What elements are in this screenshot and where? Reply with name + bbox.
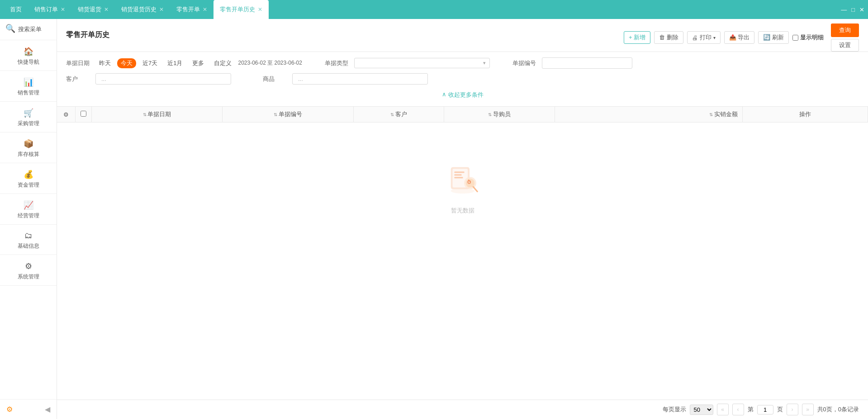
collapse-conditions-btn[interactable]: ∧ 收起更多条件 — [66, 89, 859, 101]
window-controls: — □ ✕ — [841, 6, 864, 13]
sidebar-item-nav[interactable]: 🏠 快捷导航 — [0, 40, 57, 71]
sidebar-item-search-label: 搜索采单 — [18, 25, 42, 33]
total-label: 共0页，0条记录 — [817, 405, 859, 414]
tab-sales-return[interactable]: 销货退货 ✕ — [71, 0, 115, 19]
svg-rect-5 — [454, 177, 463, 179]
date-custom-btn[interactable]: 自定义 — [210, 58, 235, 68]
tab-retail-open-history[interactable]: 零售开单历史 ✕ — [213, 0, 269, 19]
th-check[interactable] — [75, 107, 91, 122]
tab-sales-return-history[interactable]: 销货退货历史 ✕ — [115, 0, 170, 19]
date-range-text: 2023-06-02 至 2023-06-02 — [238, 59, 302, 67]
query-button[interactable]: 查询 — [831, 24, 859, 37]
date-filter-label: 单据日期 — [66, 59, 91, 67]
customer-dots: ... — [101, 75, 106, 82]
th-date[interactable]: ⇅ 单据日期 — [91, 107, 223, 122]
close-retail-open-history-icon[interactable]: ✕ — [258, 6, 262, 13]
last-page-btn[interactable]: » — [802, 404, 814, 415]
settings-gear-icon[interactable]: ⚙ — [6, 405, 13, 414]
th-customer-label: 客户 — [395, 111, 407, 118]
number-filter-input[interactable] — [542, 57, 632, 69]
data-table: ⚙ ⇅ 单据日期 ⇅ 单据编号 — [57, 107, 868, 122]
sidebar-item-finance-label: 资金管理 — [18, 181, 39, 189]
filter-row-1: 单据日期 昨天 今天 近7天 近1月 更多 自定义 2023-06-02 至 2… — [66, 57, 859, 69]
sidebar-collapse-icon[interactable]: ◀ — [45, 405, 50, 414]
svg-rect-4 — [454, 174, 462, 176]
sidebar-item-operation[interactable]: 📈 经营管理 — [0, 194, 57, 225]
th-number-label: 单据编号 — [279, 111, 302, 118]
customer-filter-label: 客户 — [66, 75, 91, 83]
display-detail-label[interactable]: 显示明细 — [792, 33, 824, 42]
svg-rect-3 — [454, 172, 465, 173]
sidebar-item-inventory-label: 库存核算 — [18, 151, 39, 158]
first-page-btn[interactable]: « — [717, 404, 729, 415]
add-button[interactable]: + 新增 — [624, 31, 650, 44]
prev-page-btn[interactable]: ‹ — [732, 404, 744, 415]
goods-filter-label: 商品 — [263, 75, 288, 83]
th-settings[interactable]: ⚙ — [57, 107, 75, 122]
page-title: 零售开单历史 — [66, 30, 109, 40]
sidebar-item-inventory[interactable]: 📦 库存核算 — [0, 132, 57, 163]
close-retail-open-icon[interactable]: ✕ — [203, 6, 207, 13]
date-7days-btn[interactable]: 近7天 — [139, 58, 161, 68]
th-number[interactable]: ⇅ 单据编号 — [223, 107, 354, 122]
close-sales-order-icon[interactable]: ✕ — [61, 6, 65, 13]
th-customer[interactable]: ⇅ 客户 — [354, 107, 444, 122]
pagination: 每页显示 50 10 20 100 « ‹ 第 页 › » 共0页，0条记录 — [57, 400, 868, 419]
collapse-label: 收起更多条件 — [448, 91, 484, 99]
basic-icon: 🗂 — [24, 231, 33, 240]
next-page-btn[interactable]: › — [787, 404, 798, 415]
tab-retail-open[interactable]: 零售开单 ✕ — [170, 0, 213, 19]
sidebar-item-system[interactable]: ⚙ 系统管理 — [0, 255, 57, 286]
th-amount[interactable]: ⇅ 实销金额 — [555, 107, 743, 122]
window-maximize-btn[interactable]: □ — [851, 6, 855, 13]
date-1month-btn[interactable]: 近1月 — [164, 58, 186, 68]
filter-settings-button[interactable]: 设置 — [831, 39, 859, 52]
print-icon: 🖨 — [692, 34, 698, 41]
delete-button[interactable]: 🗑 删除 — [654, 31, 683, 44]
export-button[interactable]: 📤 导出 — [724, 31, 755, 44]
sidebar-item-search[interactable]: 🔍 搜索采单 — [0, 19, 57, 40]
toolbar: + 新增 🗑 删除 🖨 打印 ▾ 📤 导出 🔄 刷新 显示明细 查询 — [624, 24, 859, 52]
date-today-btn[interactable]: 今天 — [117, 58, 136, 68]
top-nav: 首页 销售订单 ✕ 销货退货 ✕ 销货退货历史 ✕ 零售开单 ✕ 零售开单历史 … — [0, 0, 868, 19]
goods-filter-input[interactable]: ... — [292, 73, 428, 85]
tab-sales-order[interactable]: 销售订单 ✕ — [28, 0, 71, 19]
page-number-input[interactable] — [757, 405, 773, 414]
print-button[interactable]: 🖨 打印 ▾ — [687, 31, 721, 44]
refresh-button[interactable]: 🔄 刷新 — [758, 31, 789, 44]
per-page-select[interactable]: 50 10 20 100 — [690, 405, 713, 415]
sidebar: 🔍 搜索采单 🏠 快捷导航 📊 销售管理 🛒 采购管理 📦 库存核算 💰 资金管… — [0, 19, 57, 419]
system-icon: ⚙ — [25, 261, 32, 271]
close-sales-return-history-icon[interactable]: ✕ — [159, 6, 164, 13]
number-filter-label: 单据编号 — [512, 59, 537, 67]
th-guide[interactable]: ⇅ 导购员 — [444, 107, 555, 122]
th-guide-label: 导购员 — [493, 111, 511, 118]
window-close-btn[interactable]: ✕ — [859, 6, 864, 13]
date-yesterday-btn[interactable]: 昨天 — [95, 58, 114, 68]
customer-filter-input[interactable]: ... — [95, 73, 231, 85]
sidebar-item-purchase-label: 采购管理 — [18, 120, 39, 127]
per-page-label: 每页显示 — [663, 405, 686, 414]
main-layout: 🔍 搜索采单 🏠 快捷导航 📊 销售管理 🛒 采购管理 📦 库存核算 💰 资金管… — [0, 19, 868, 419]
page-header-area: 零售开单历史 + 新增 🗑 删除 🖨 打印 ▾ 📤 导出 🔄 刷新 显示明细 — [57, 19, 868, 52]
select-all-checkbox[interactable] — [81, 111, 86, 117]
column-settings-icon[interactable]: ⚙ — [63, 111, 69, 118]
filter-area: 单据日期 昨天 今天 近7天 近1月 更多 自定义 2023-06-02 至 2… — [57, 52, 868, 107]
sidebar-item-system-label: 系统管理 — [18, 273, 39, 281]
filter-row-2: 客户 ... 商品 ... — [66, 73, 859, 85]
tab-home[interactable]: 首页 — [4, 0, 28, 19]
sidebar-item-sales[interactable]: 📊 销售管理 — [0, 71, 57, 102]
type-filter-select[interactable]: ▾ — [354, 58, 490, 68]
sidebar-bottom: ⚙ ◀ — [0, 399, 57, 419]
type-filter-label: 单据类型 — [325, 59, 350, 67]
sidebar-item-basic[interactable]: 🗂 基础信息 — [0, 225, 57, 255]
sidebar-item-purchase[interactable]: 🛒 采购管理 — [0, 102, 57, 132]
date-filter-group: 昨天 今天 近7天 近1月 更多 自定义 2023-06-02 至 2023-0… — [95, 58, 302, 68]
window-minimize-btn[interactable]: — — [841, 6, 847, 13]
home-icon: 🏠 — [24, 47, 33, 56]
sidebar-item-nav-label: 快捷导航 — [18, 58, 39, 66]
close-sales-return-icon[interactable]: ✕ — [104, 6, 109, 13]
date-more-btn[interactable]: 更多 — [189, 58, 208, 68]
sidebar-item-finance[interactable]: 💰 资金管理 — [0, 163, 57, 194]
display-detail-checkbox[interactable] — [792, 35, 798, 41]
